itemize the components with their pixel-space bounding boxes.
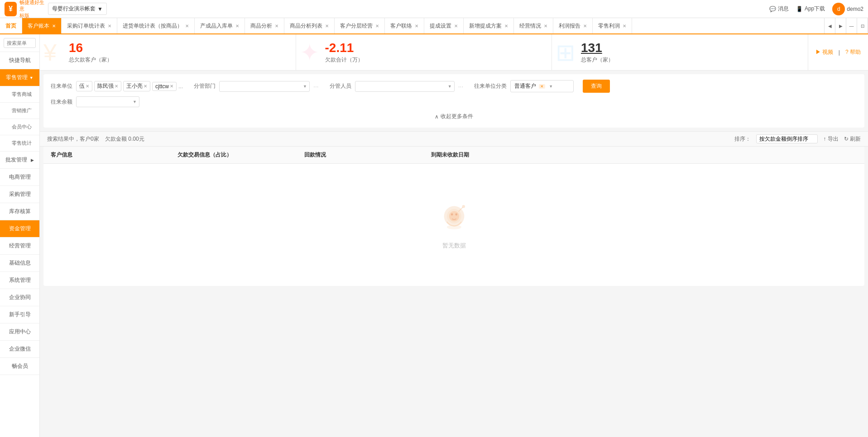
stat-bg-icon-3: ⊞ — [556, 39, 575, 66]
category-tag-icon: ✕ — [539, 84, 545, 89]
stat-value-customers: 16 — [69, 41, 285, 55]
collapse-button[interactable]: ∧ 收起更多条件 — [51, 111, 857, 122]
col-customer-info: 客户信息 — [51, 151, 177, 159]
svg-point-5 — [447, 225, 461, 229]
nav-arrow-right[interactable]: ▶ — [835, 18, 846, 34]
tab-product-analysis[interactable]: 商品分析 ✕ — [245, 18, 284, 33]
chevron-down-icon: ▼ — [549, 84, 553, 89]
remove-tag-wang[interactable]: ✕ — [144, 84, 147, 89]
close-tab-icon[interactable]: ✕ — [275, 24, 278, 28]
close-tab-icon[interactable]: ✕ — [185, 24, 189, 28]
dept-more-icon[interactable]: ··· — [313, 83, 319, 90]
close-tab-icon[interactable]: ✕ — [375, 24, 379, 28]
refresh-button[interactable]: ↻ 刷新 — [844, 135, 861, 143]
filter-row-2: 往来余额 — [51, 96, 857, 107]
sidebar-item-member-center[interactable]: 会员中心 — [0, 119, 39, 135]
export-button[interactable]: ↑ 导出 — [823, 135, 838, 143]
filter-balance-select[interactable] — [76, 96, 139, 107]
tab-profit-report[interactable]: 利润报告 ✕ — [553, 18, 593, 33]
tab-customer-tier[interactable]: 客户分层经营 ✕ — [335, 18, 385, 33]
svg-point-7 — [462, 205, 465, 208]
col-debt-info: 欠款交易信息（占比） — [177, 151, 304, 159]
sidebar-item-purchase[interactable]: 采购管理 — [0, 186, 39, 203]
filter-row-1: 往来单位 伍 ✕ 陈民强 ✕ 王小亮 ✕ cjttcw — [51, 80, 857, 93]
query-button[interactable]: 查询 — [583, 80, 610, 93]
avatar: d — [832, 3, 845, 15]
tab-retail-profit[interactable]: 零售利润 ✕ — [593, 18, 632, 33]
user-profile[interactable]: d demo2 — [832, 3, 863, 15]
sidebar-item-marketing[interactable]: 营销推广 — [0, 103, 39, 119]
stat-label-customers: 总欠款客户（家） — [69, 56, 285, 64]
logo-icon: ¥ — [5, 2, 17, 16]
remove-tag-cjttcw[interactable]: ✕ — [170, 84, 173, 89]
stat-value-debt: -2.11 — [325, 41, 541, 55]
tab-operations[interactable]: 经营情况 ✕ — [514, 18, 553, 33]
tab-new-commission[interactable]: 新增提成方案 ✕ — [464, 18, 514, 33]
logo-area: ¥ 畅捷通好生意 标版 — [5, 0, 44, 19]
sidebar-item-retail[interactable]: 零售管理 ▼ — [0, 69, 39, 86]
remove-tag-chen[interactable]: ✕ — [115, 84, 118, 89]
sidebar-item-finance[interactable]: 资金管理 — [0, 220, 39, 238]
video-link[interactable]: ▶ 视频 — [815, 48, 833, 56]
sidebar-item-quick-nav[interactable]: 快捷导航 — [0, 52, 39, 69]
stat-label-debt: 欠款合计（万） — [325, 56, 541, 64]
tab-home[interactable]: 首页 — [0, 18, 22, 33]
tab-commission-settings[interactable]: 提成设置 ✕ — [424, 18, 464, 33]
sidebar-item-retail-mall[interactable]: 零售商城 — [0, 86, 39, 103]
sidebar-item-vip[interactable]: 畅会员 — [0, 358, 39, 375]
tab-purchase-order-stats[interactable]: 采购订单统计表 ✕ — [62, 18, 117, 33]
sidebar-item-system[interactable]: 系统管理 — [0, 272, 39, 289]
filter-dept-input[interactable] — [219, 81, 310, 92]
close-tab-icon[interactable]: ✕ — [108, 24, 111, 28]
app-download-button[interactable]: 📱 App下载 — [796, 5, 825, 13]
sidebar-item-app-center[interactable]: 应用中心 — [0, 323, 39, 341]
close-tab-icon[interactable]: ✕ — [415, 24, 418, 28]
divider: | — [839, 49, 840, 56]
filter-tag-chen: 陈民强 ✕ — [94, 81, 121, 91]
filter-dept-wrap — [219, 81, 310, 92]
filter-more-tags[interactable]: ... — [178, 83, 183, 90]
stat-info-3: 131 总客户（家） — [581, 41, 797, 64]
close-tab-icon[interactable]: ✕ — [52, 24, 56, 28]
tab-purchase-stats-product[interactable]: 进货单统计表（按商品） ✕ — [117, 18, 195, 33]
search-input[interactable] — [4, 38, 36, 48]
sidebar-item-onboarding[interactable]: 新手引导 — [0, 306, 39, 323]
filter-category-select[interactable]: 普通客户 ✕ ▼ — [510, 80, 574, 92]
remove-tag-wu[interactable]: ✕ — [86, 84, 89, 89]
sidebar-item-wholesale[interactable]: 批发管理 ▶ — [0, 152, 39, 169]
tab-customer-ledger[interactable]: 客户账本 ✕ — [22, 18, 62, 33]
sidebar-item-operations[interactable]: 经营管理 — [0, 238, 39, 255]
close-tab-icon[interactable]: ✕ — [544, 24, 547, 28]
sort-select[interactable]: 按欠款金额倒序排序按欠款金额正序排序按客户名称排序 — [756, 134, 818, 143]
tab-customer-contact[interactable]: 客户联络 ✕ — [385, 18, 424, 33]
sidebar-item-ecommerce[interactable]: 电商管理 — [0, 169, 39, 186]
tab-product-analysis-list[interactable]: 商品分析列表 ✕ — [284, 18, 335, 33]
nav-arrow-left[interactable]: ◀ — [825, 18, 835, 34]
sidebar-item-inventory[interactable]: 库存核算 — [0, 203, 39, 220]
help-link[interactable]: ? 帮助 — [845, 48, 861, 56]
close-tab-icon[interactable]: ✕ — [583, 24, 587, 28]
message-button[interactable]: 💬 消息 — [769, 5, 789, 13]
close-tab-icon[interactable]: ✕ — [623, 24, 626, 28]
filter-person-input[interactable] — [355, 81, 455, 92]
sidebar-item-wechat[interactable]: 企业微信 — [0, 341, 39, 358]
nav-minimize[interactable]: — — [846, 18, 857, 34]
help-icon: ? — [845, 49, 849, 55]
svg-point-4 — [455, 214, 457, 216]
sidebar-item-retail-stats[interactable]: 零售统计 — [0, 135, 39, 152]
sidebar-item-basic-info[interactable]: 基础信息 — [0, 255, 39, 272]
result-bar-actions: 排序： 按欠款金额倒序排序按欠款金额正序排序按客户名称排序 ↑ 导出 ↻ 刷新 — [734, 134, 861, 143]
close-tab-icon[interactable]: ✕ — [235, 24, 239, 28]
close-tab-icon[interactable]: ✕ — [325, 24, 329, 28]
sidebar-item-enterprise[interactable]: 企业协同 — [0, 289, 39, 306]
filter-tag-wang: 王小亮 ✕ — [123, 81, 150, 91]
app-icon: 📱 — [796, 6, 803, 12]
topbar-left: ¥ 畅捷通好生意 标版 母婴行业演示帐套 ▼ — [5, 0, 107, 19]
person-more-icon[interactable]: ··· — [458, 83, 464, 90]
video-icon: ▶ — [815, 49, 821, 55]
company-selector[interactable]: 母婴行业演示帐套 ▼ — [48, 3, 107, 15]
tab-production-inbound[interactable]: 产成品入库单 ✕ — [195, 18, 245, 33]
nav-maximize[interactable]: ⊡ — [857, 18, 868, 34]
close-tab-icon[interactable]: ✕ — [504, 24, 508, 28]
close-tab-icon[interactable]: ✕ — [454, 24, 458, 28]
